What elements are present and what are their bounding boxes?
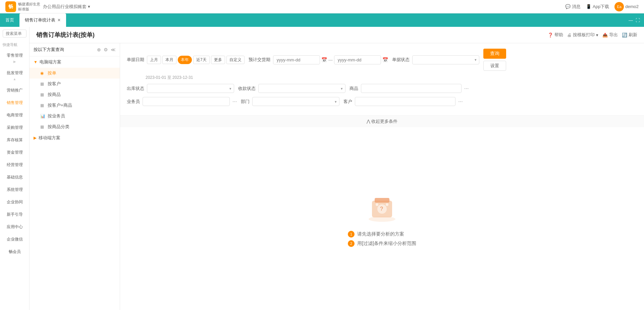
sidebar-item-operations[interactable]: 经营管理 — [0, 159, 29, 171]
sidebar-item-ecommerce[interactable]: 电商管理 — [0, 109, 29, 121]
sidebar-item-purchase[interactable]: 采购管理 — [0, 121, 29, 134]
sidebar-item-basic[interactable]: 基础信息 — [0, 171, 29, 184]
hint-number-1: 1 — [348, 231, 355, 238]
expected-delivery-end[interactable] — [334, 55, 381, 64]
shipment-status-label: 出库状态 — [127, 86, 144, 92]
sidebar-search-area — [0, 27, 29, 40]
sidebar-item-finance[interactable]: 资金管理 — [0, 146, 29, 159]
refresh-button[interactable]: 🔄 刷新 — [622, 32, 637, 38]
customer-more-icon[interactable]: ··· — [458, 99, 463, 105]
collapse-icon: ⋀ — [367, 119, 370, 124]
settings-button[interactable]: 设置 — [483, 61, 506, 71]
filter-field-salesperson: 业务员 ··· — [127, 97, 237, 106]
query-button[interactable]: 查询 — [483, 49, 506, 59]
grid-icon: ▦ — [40, 103, 46, 108]
scheme-item-label: 按商品 — [48, 92, 61, 98]
active-tab-label: 销售订单统计表 — [25, 17, 55, 23]
sidebar-item-system[interactable]: 系统管理 — [0, 184, 29, 196]
search-input[interactable] — [3, 30, 26, 38]
download-icon: 📱 — [586, 4, 591, 9]
sidebar-item-wholesale[interactable]: 批发管理 ▲ — [0, 67, 29, 84]
help-label: 帮助 — [554, 32, 563, 38]
date-btn-more[interactable]: 更多 — [211, 56, 225, 64]
messages-label: 消息 — [572, 4, 581, 10]
sidebar-section: 零售管理 ▶ 批发管理 ▲ 营销推广 销售管理 电商管理 采购管理 库存核算 — [0, 48, 29, 259]
tab-sales-order-stats[interactable]: 销售订单统计表 ✕ — [19, 13, 66, 27]
scheme-category-header-mobile[interactable]: ▶ 移动端方案 — [30, 132, 120, 144]
filter-row-2: 出库状态 收款状态 — [127, 84, 637, 93]
filter-row-3: 业务员 ··· 部门 — [127, 97, 637, 106]
sidebar-item-newbie[interactable]: 新手引导 — [0, 208, 29, 221]
sidebar-item-marketing[interactable]: 营销推广 — [0, 84, 29, 97]
department-select-wrapper — [252, 97, 339, 106]
date-btn-last-month[interactable]: 上月 — [147, 56, 161, 64]
scheme-item-by-customer[interactable]: ▦ 按客户 — [30, 79, 120, 89]
filter-field-doc-status: 单据状态 — [392, 55, 479, 64]
sidebar-item-appstore[interactable]: 应用中心 — [0, 221, 29, 233]
collapse-bar[interactable]: ⋀ 收起更多条件 — [120, 115, 644, 127]
app-download-button[interactable]: 📱 App下载 — [586, 4, 609, 10]
grid-icon: ▦ — [40, 124, 46, 129]
logo-icon: 畅 — [5, 1, 16, 12]
date-btn-this-month[interactable]: 本月 — [162, 56, 176, 64]
expected-delivery-start[interactable] — [273, 55, 320, 64]
salesperson-more-icon[interactable]: ··· — [232, 99, 237, 105]
scheme-item-by-category[interactable]: ▦ 按商品分类 — [30, 121, 120, 132]
company-selector[interactable]: 办公用品行业模拟账套 ▾ — [43, 4, 90, 10]
date-btn-last-7-days[interactable]: 近7天 — [193, 56, 210, 64]
sidebar-item-enterprise[interactable]: 企业协同 — [0, 196, 29, 208]
sidebar-item-inventory[interactable]: 库存核算 — [0, 134, 29, 146]
collapse-panel-button[interactable]: ≪ — [111, 47, 116, 52]
salesperson-input[interactable] — [143, 97, 230, 106]
scheme-item-by-cust-prod[interactable]: ▦ 按客户+商品 — [30, 100, 120, 111]
date-btn-custom[interactable]: 自定义 — [226, 56, 245, 64]
top-bar: 畅 畅捷通好生意标准版 办公用品行业模拟账套 ▾ 💬 消息 📱 App下载 Ea… — [0, 0, 644, 13]
dropdown-icon: ▾ — [596, 33, 598, 38]
tab-home[interactable]: 首页 — [0, 13, 19, 27]
filter-field-product: 商品 ··· — [350, 84, 469, 93]
sidebar-item-label: 零售管理 — [7, 53, 23, 58]
hint-text-1: 请先选择要分析的方案 — [357, 231, 404, 237]
product-input[interactable] — [361, 84, 462, 93]
customer-input[interactable] — [355, 97, 455, 106]
scheme-item-by-product[interactable]: ▦ 按商品 — [30, 89, 120, 100]
add-scheme-button[interactable]: ⊕ — [97, 47, 101, 52]
scheme-category-header-desktop[interactable]: ▼ 电脑端方案 — [30, 56, 120, 68]
date-btn-this-year[interactable]: 本年 — [178, 56, 192, 64]
calendar-end-icon[interactable]: 📅 — [382, 57, 388, 62]
minimize-icon[interactable]: — — [629, 18, 633, 23]
filter-field-department: 部门 — [241, 97, 339, 106]
scheme-item-label: 按客户+商品 — [48, 102, 72, 108]
scheme-panel-header: 按以下方案查询 ⊕ ⚙ ≪ — [30, 43, 120, 56]
edit-scheme-button[interactable]: ⚙ — [104, 47, 108, 52]
scheme-item-by-salesperson[interactable]: 📊 按业务员 — [30, 111, 120, 121]
messages-button[interactable]: 💬 消息 — [565, 4, 581, 10]
close-tab-icon[interactable]: ✕ — [57, 18, 61, 22]
template-print-button[interactable]: 🖨 按模板打印 ▾ — [567, 32, 598, 38]
user-profile[interactable]: Ea demo2 — [614, 2, 639, 11]
payment-status-select[interactable] — [258, 84, 345, 93]
sidebar-item-label: 电商管理 — [7, 112, 23, 118]
sidebar-item-label: 基础信息 — [7, 174, 23, 180]
filter-row-1: 单据日期 上月 本月 本年 近7天 更多 自定义 预计交货期 — [127, 49, 637, 71]
product-more-icon[interactable]: ··· — [464, 86, 469, 92]
scheme-item-label: 按单 — [48, 70, 56, 76]
shipment-status-select[interactable] — [147, 84, 234, 93]
sidebar-item-sales[interactable]: 销售管理 — [0, 97, 29, 109]
sidebar-item-retail[interactable]: 零售管理 ▶ — [0, 49, 29, 67]
export-button[interactable]: 📤 导出 — [602, 32, 618, 38]
svg-point-6 — [386, 203, 388, 206]
maximize-icon[interactable]: ⛶ — [636, 18, 640, 23]
help-button[interactable]: ❓ 帮助 — [548, 32, 563, 38]
calendar-start-icon[interactable]: 📅 — [321, 57, 327, 62]
salesperson-label: 业务员 — [127, 99, 140, 105]
sidebar-item-wechat[interactable]: 企业微信 — [0, 233, 29, 246]
doc-status-select[interactable] — [412, 55, 479, 64]
chevron-icon: ▶ — [13, 60, 16, 63]
sidebar-item-label: 资金管理 — [7, 150, 23, 155]
sidebar-item-member[interactable]: 畅会员 — [0, 246, 29, 258]
scheme-item-by-order[interactable]: ◉ 按单 — [30, 68, 120, 79]
print-icon: 🖨 — [567, 33, 572, 38]
home-tab-label: 首页 — [5, 17, 14, 23]
department-select[interactable] — [252, 97, 339, 106]
